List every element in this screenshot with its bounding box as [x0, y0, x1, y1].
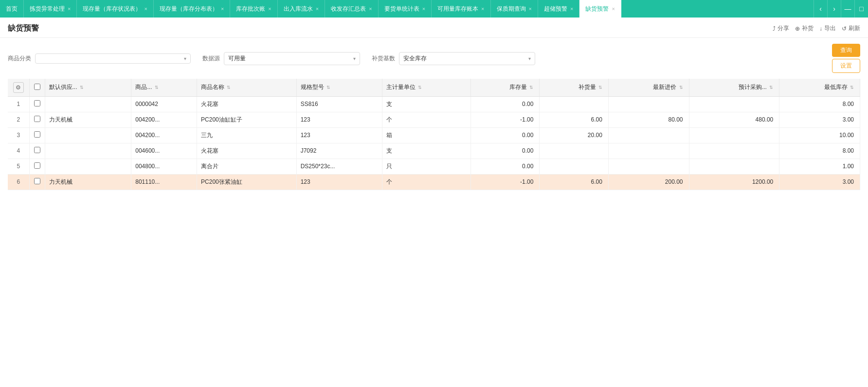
- datasource-filter-group: 数据源 可用量 ▾: [202, 52, 360, 65]
- tab-maximize-btn[interactable]: □: [854, 0, 868, 18]
- refresh-button[interactable]: ↺ 刷新: [842, 24, 860, 33]
- row-select-checkbox[interactable]: [34, 147, 40, 153]
- close-tab-2[interactable]: ×: [144, 6, 147, 12]
- tab-recv-summary[interactable]: 收发存汇总表 ×: [325, 0, 378, 18]
- row-select-checkbox[interactable]: [34, 178, 40, 184]
- row-spec-2: 123: [296, 127, 382, 143]
- col-spec-header[interactable]: 规格型号 ⇅: [296, 79, 382, 96]
- datasource-select[interactable]: 可用量 ▾: [224, 52, 360, 65]
- row-spec-4: DS250*23c...: [296, 158, 382, 174]
- close-tab-10[interactable]: ×: [570, 6, 573, 12]
- select-all-checkbox[interactable]: [34, 84, 40, 90]
- row-est-purchase-5: 1200.00: [689, 174, 779, 190]
- row-min-stock-4: 1.00: [779, 158, 860, 174]
- tab-pick-exception[interactable]: 拣货异常处理 ×: [24, 0, 77, 18]
- tab-stock-status[interactable]: 现存量（库存状况表） ×: [77, 0, 153, 18]
- settings-button[interactable]: 设置: [832, 59, 860, 73]
- row-checkbox-2[interactable]: [29, 127, 45, 143]
- col-min-stock-header[interactable]: 最低库存 ⇅: [779, 79, 860, 96]
- row-product-name-3: 火花塞: [197, 143, 297, 158]
- page-header: 缺货预警 ⤴ 分享 ⊕ 补货 ↓ 导出 ↺ 刷新: [0, 18, 868, 38]
- row-select-checkbox[interactable]: [34, 100, 40, 106]
- tab-overstock-warning[interactable]: 超储预警 ×: [538, 0, 579, 18]
- content-area: 缺货预警 ⤴ 分享 ⊕ 补货 ↓ 导出 ↺ 刷新 商品分类: [0, 18, 868, 387]
- tab-minimize-btn[interactable]: —: [841, 0, 854, 18]
- row-select-checkbox[interactable]: [34, 131, 40, 138]
- col-stock-header[interactable]: 库存量 ⇅: [470, 79, 540, 96]
- tab-shortage-warning[interactable]: 缺货预警 ×: [579, 0, 621, 18]
- row-unit-1: 个: [382, 112, 471, 127]
- row-checkbox-1[interactable]: [29, 112, 45, 127]
- col-checkbox-header[interactable]: [29, 79, 45, 96]
- row-unit-3: 支: [382, 143, 471, 158]
- category-select[interactable]: ▾: [35, 53, 191, 64]
- col-product-name-header[interactable]: 商品名称 ⇅: [197, 79, 297, 96]
- row-checkbox-5[interactable]: [29, 174, 45, 190]
- col-product-code-header[interactable]: 商品... ⇅: [131, 79, 197, 96]
- row-checkbox-0[interactable]: [29, 96, 45, 112]
- sort-stock-icon: ⇅: [529, 85, 533, 90]
- tab-home[interactable]: 首页: [0, 0, 24, 18]
- tab-next-btn[interactable]: ›: [827, 0, 841, 18]
- table-row: 3 004200... 三九 123 箱 0.00 20.00 10.00: [8, 127, 860, 143]
- share-button[interactable]: ⤴ 分享: [773, 24, 789, 33]
- replenish-button[interactable]: ⊕ 补货: [795, 24, 814, 33]
- col-latest-price-header[interactable]: 最新进价 ⇅: [608, 79, 689, 96]
- row-select-checkbox[interactable]: [34, 162, 40, 169]
- row-latest-price-4: [608, 158, 689, 174]
- row-num-3: 4: [8, 143, 29, 158]
- tab-inout-flow[interactable]: 出入库流水 ×: [278, 0, 325, 18]
- col-unit-header[interactable]: 主计量单位 ⇅: [382, 79, 471, 96]
- row-min-stock-2: 10.00: [779, 127, 860, 143]
- row-est-purchase-1: 480.00: [689, 112, 779, 127]
- row-latest-price-2: [608, 127, 689, 143]
- filter-bar: 商品分类 ▾ 数据源 可用量 ▾ 补货基数 安全库存 ▾ 查询 设置: [0, 38, 868, 79]
- col-est-purchase-header[interactable]: 预计采购... ⇅: [689, 79, 779, 96]
- col-supplier-header[interactable]: 默认供应... ⇅: [45, 79, 131, 96]
- close-tab-6[interactable]: ×: [369, 6, 372, 12]
- tab-demand-stats[interactable]: 要货单统计表 ×: [379, 0, 432, 18]
- col-settings-header[interactable]: ⚙: [8, 79, 29, 96]
- replenish-basis-value: 安全库存: [403, 54, 427, 63]
- row-supplier-3: [45, 143, 131, 158]
- tab-stock-dist[interactable]: 现存量（库存分布表） ×: [154, 0, 230, 18]
- row-replenish-qty-2: 20.00: [540, 127, 609, 143]
- tab-batch-ledger[interactable]: 库存批次账 ×: [230, 0, 277, 18]
- row-checkbox-3[interactable]: [29, 143, 45, 158]
- col-replenish-qty-header[interactable]: 补货量 ⇅: [540, 79, 609, 96]
- tab-expiry-query[interactable]: 保质期查询 ×: [491, 0, 538, 18]
- tab-available-ledger[interactable]: 可用量库存账本 ×: [432, 0, 490, 18]
- row-replenish-qty-5: 6.00: [540, 174, 609, 190]
- row-min-stock-5: 3.00: [779, 174, 860, 190]
- replenish-basis-select[interactable]: 安全库存 ▾: [399, 52, 535, 65]
- close-tab-7[interactable]: ×: [422, 6, 425, 12]
- close-tab-1[interactable]: ×: [68, 6, 71, 12]
- close-tab-11[interactable]: ×: [612, 6, 615, 12]
- table-header-row: ⚙ 默认供应... ⇅ 商品... ⇅ 商品名称 ⇅: [8, 79, 860, 96]
- row-supplier-2: [45, 127, 131, 143]
- row-product-code-1: 004200...: [131, 112, 197, 127]
- row-replenish-qty-4: [540, 158, 609, 174]
- close-tab-8[interactable]: ×: [481, 6, 484, 12]
- row-product-code-2: 004200...: [131, 127, 197, 143]
- row-product-code-3: 004600...: [131, 143, 197, 158]
- export-button[interactable]: ↓ 导出: [819, 24, 836, 33]
- header-actions: ⤴ 分享 ⊕ 补货 ↓ 导出 ↺ 刷新: [773, 24, 860, 33]
- row-product-code-0: 0000042: [131, 96, 197, 112]
- row-spec-0: SS816: [296, 96, 382, 112]
- tab-prev-btn[interactable]: ‹: [814, 0, 827, 18]
- row-supplier-4: [45, 158, 131, 174]
- column-settings-icon[interactable]: ⚙: [13, 82, 24, 93]
- close-tab-5[interactable]: ×: [316, 6, 319, 12]
- query-button[interactable]: 查询: [832, 44, 860, 57]
- row-unit-4: 只: [382, 158, 471, 174]
- row-checkbox-4[interactable]: [29, 158, 45, 174]
- sort-supplier-icon: ⇅: [80, 85, 84, 90]
- table-row: 5 004800... 离合片 DS250*23c... 只 0.00 1.00: [8, 158, 860, 174]
- category-label: 商品分类: [8, 54, 31, 63]
- close-tab-4[interactable]: ×: [268, 6, 271, 12]
- close-tab-3[interactable]: ×: [221, 6, 224, 12]
- row-select-checkbox[interactable]: [34, 116, 40, 122]
- datasource-value: 可用量: [228, 54, 246, 63]
- close-tab-9[interactable]: ×: [529, 6, 532, 12]
